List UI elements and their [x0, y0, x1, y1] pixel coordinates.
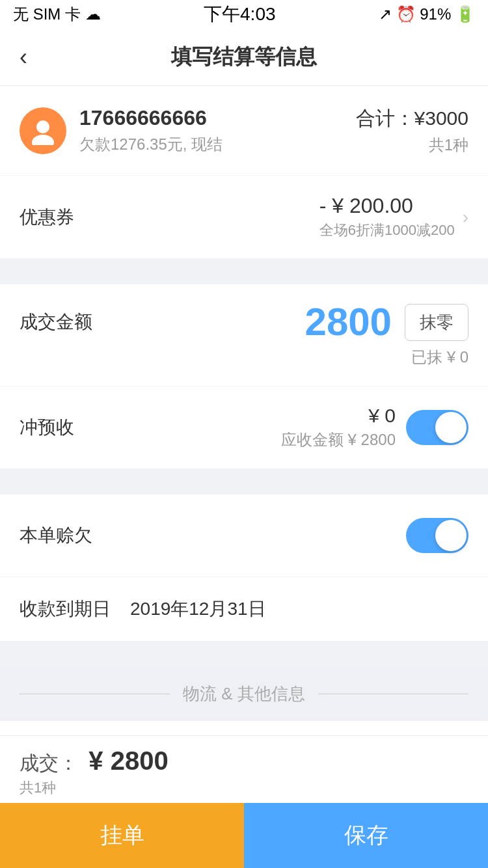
round-button[interactable]: 抹零 [405, 304, 468, 341]
coupon-info: - ¥ 200.00 全场6折满1000减200 [319, 194, 455, 240]
status-left: 无 SIM 卡 ☁ [13, 4, 101, 25]
bottom-bar: 成交： ¥ 2800 共1种 挂单 保存 [0, 735, 488, 868]
user-avatar-icon [29, 116, 57, 145]
sim-status: 无 SIM 卡 ☁ [13, 4, 101, 25]
gray-divider-1 [0, 271, 488, 284]
user-coupon-card: 17666666666 欠款1276.35元, 现结 合计：¥3000 共1种 … [0, 86, 488, 258]
deal-amount-section: 成交金额 2800 抹零 已抹 ¥ 0 [0, 284, 488, 386]
due-date-row: 收款到期日 2019年12月31日 [0, 576, 488, 641]
status-right: ↗ ⏰ 91% 🔋 [379, 5, 475, 23]
deal-amount-label: 成交金额 [20, 310, 92, 334]
coupon-sub: 全场6折满1000减200 [319, 221, 455, 240]
page-title: 填写结算等信息 [171, 43, 317, 72]
logistics-divider: 物流 & 其他信息 [0, 667, 488, 721]
bottom-buttons: 挂单 保存 [0, 803, 488, 868]
bottom-deal-count: 共1种 [20, 778, 468, 798]
deal-amount-card: 成交金额 2800 抹零 已抹 ¥ 0 冲预收 ¥ 0 应收金额 ¥ 2800 [0, 284, 488, 468]
bottom-deal-row: 成交： ¥ 2800 [20, 746, 468, 777]
chong-yushou-toggle[interactable] [406, 410, 468, 445]
svg-point-0 [36, 120, 49, 133]
avatar [20, 107, 66, 154]
total-count: 共1种 [356, 135, 468, 156]
coupon-right: - ¥ 200.00 全场6折满1000减200 › [319, 194, 468, 240]
svg-point-1 [32, 135, 54, 145]
gray-divider-2 [0, 481, 488, 495]
chong-yushou-value: ¥ 0 [281, 405, 396, 427]
coupon-amount: - ¥ 200.00 [319, 194, 455, 218]
hold-button[interactable]: 挂单 [0, 803, 244, 868]
user-left: 17666666666 欠款1276.35元, 现结 [20, 106, 223, 155]
save-button[interactable]: 保存 [244, 803, 488, 868]
user-phone: 17666666666 [79, 106, 223, 130]
back-button[interactable]: ‹ [20, 44, 27, 71]
chevron-right-icon: › [463, 207, 468, 228]
status-bar: 无 SIM 卡 ☁ 下午4:03 ↗ ⏰ 91% 🔋 [0, 0, 488, 29]
chong-yushou-row: 冲预收 ¥ 0 应收金额 ¥ 2800 [0, 386, 488, 468]
user-total: 合计：¥3000 共1种 [356, 105, 468, 156]
bottom-deal-info: 成交： ¥ 2800 共1种 [0, 736, 488, 803]
due-date-label: 收款到期日 [20, 597, 111, 621]
divider-line-left [20, 694, 170, 694]
gray-divider-3 [0, 654, 488, 667]
deal-sub: 已抹 ¥ 0 [20, 347, 468, 368]
deal-row: 成交金额 2800 抹零 [20, 303, 468, 342]
debt-toggle[interactable] [406, 518, 468, 553]
bottom-deal-amount: ¥ 2800 [88, 746, 168, 775]
user-sub: 欠款1276.35元, 现结 [79, 134, 223, 155]
debt-label: 本单赊欠 [20, 523, 92, 548]
divider-line-right [318, 694, 468, 694]
chong-yushou-amount: ¥ 0 应收金额 ¥ 2800 [281, 405, 396, 450]
battery-icon: ↗ ⏰ 91% 🔋 [379, 5, 475, 23]
chong-yushou-label: 冲预收 [20, 415, 74, 440]
bottom-deal-label: 成交： [20, 752, 78, 774]
user-info-row: 17666666666 欠款1276.35元, 现结 合计：¥3000 共1种 [0, 86, 488, 175]
coupon-label: 优惠券 [20, 205, 74, 230]
logistics-label: 物流 & 其他信息 [183, 683, 305, 705]
chong-yushou-right: ¥ 0 应收金额 ¥ 2800 [281, 405, 468, 450]
coupon-row[interactable]: 优惠券 - ¥ 200.00 全场6折满1000减200 › [0, 175, 488, 258]
debt-card: 本单赊欠 收款到期日 2019年12月31日 [0, 495, 488, 641]
status-time: 下午4:03 [204, 2, 276, 27]
due-date-value: 2019年12月31日 [130, 597, 266, 621]
deal-amount-value: 2800 [305, 303, 392, 342]
debt-row: 本单赊欠 [0, 495, 488, 576]
deal-right: 2800 抹零 [305, 303, 468, 342]
chong-yushou-sub: 应收金额 ¥ 2800 [281, 429, 396, 450]
user-details: 17666666666 欠款1276.35元, 现结 [79, 106, 223, 155]
nav-bar: ‹ 填写结算等信息 [0, 29, 488, 86]
total-amount: 合计：¥3000 [356, 105, 468, 132]
